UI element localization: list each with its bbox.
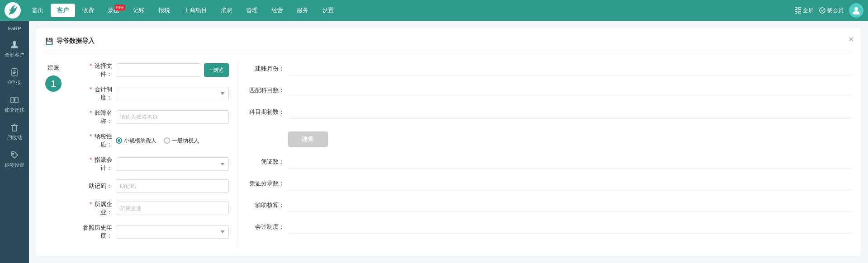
nav-item-operate[interactable]: 经营: [265, 4, 289, 17]
memo-code-input[interactable]: [116, 179, 229, 193]
voucher-entries-row: 凭证分录数：: [247, 177, 852, 190]
auxiliary-value: [288, 198, 852, 212]
ledger-name-input[interactable]: [116, 110, 229, 124]
nav-item-manage[interactable]: 管理: [240, 4, 264, 17]
panel: 💾 导爷数据导入 × 建账 1: [36, 28, 861, 256]
file-icon: [9, 67, 19, 77]
sidebar-item-account-migration[interactable]: 账套迁移: [0, 91, 29, 117]
match-subject-label: 匹配科目数：: [247, 86, 288, 94]
svg-point-4: [820, 8, 825, 13]
top-nav: 首页 客户 收费 票据 new 记账 报税 工商项目 消息 管理 经营 服务 设…: [0, 0, 868, 21]
radio-dot-general: [164, 137, 170, 144]
app-logo: [5, 2, 21, 19]
auxiliary-label: 辅助核算：: [247, 201, 288, 209]
sidebar-item-declaration[interactable]: 0申报: [0, 64, 29, 89]
assign-accountant-label: * 指派会计：: [80, 156, 116, 172]
voucher-count-label: 凭证数：: [247, 158, 288, 166]
assign-accountant-row: * 指派会计：: [80, 156, 229, 172]
match-subject-value: [288, 84, 852, 97]
nav-item-message[interactable]: 消息: [214, 4, 239, 17]
import-icon: 💾: [45, 38, 53, 45]
person-icon: [9, 40, 19, 50]
voucher-count-value: [288, 155, 852, 169]
sidebar-logo: EaRP: [8, 25, 21, 32]
build-month-row: 建账月份：: [247, 62, 852, 75]
nav-item-account[interactable]: 记账: [127, 4, 151, 17]
panel-title: 💾 导爷数据导入: [45, 37, 852, 51]
period-opening-label: 科目期初数：: [247, 108, 288, 116]
voucher-entries-value: [288, 177, 852, 190]
new-badge: new: [114, 5, 125, 10]
select-file-label: * 选择文件：: [80, 62, 116, 78]
content-area: 💾 导爷数据导入 × 建账 1: [29, 21, 868, 263]
svg-point-15: [13, 153, 14, 155]
radio-general-tax[interactable]: 一般纳税人: [164, 137, 199, 145]
svg-point-6: [13, 41, 16, 45]
build-month-value: [288, 62, 852, 75]
memo-code-label: 助记码：: [80, 182, 116, 190]
step-circle: 1: [45, 75, 62, 92]
close-button[interactable]: ×: [849, 35, 854, 43]
nav-item-home[interactable]: 首页: [25, 4, 50, 17]
svg-rect-1: [799, 7, 801, 9]
select-file-row: * 选择文件： +浏览: [80, 62, 229, 78]
nav-item-tax[interactable]: 报税: [152, 4, 176, 17]
nav-item-settings[interactable]: 设置: [316, 4, 340, 17]
transfer-icon: [9, 95, 19, 105]
main-layout: EaRP 全部客户 0申报 账套迁移 回收站: [0, 21, 868, 263]
browse-button[interactable]: +浏览: [204, 63, 229, 77]
sidebar: EaRP 全部客户 0申报 账套迁移 回收站: [0, 21, 29, 263]
voucher-count-row: 凭证数：: [247, 155, 852, 169]
file-input[interactable]: [116, 63, 201, 77]
nav-right: 全屏 畅会员: [795, 3, 863, 18]
sidebar-item-recycle-bin[interactable]: 回收站: [0, 119, 29, 145]
tax-nature-label: * 纳税性质：: [80, 132, 116, 149]
nav-item-service[interactable]: 服务: [290, 4, 315, 17]
sidebar-item-all-customers[interactable]: 全部客户: [0, 36, 29, 62]
reference-year-select[interactable]: [116, 225, 229, 239]
form-layout: 建账 1 * 选择文件： +浏览: [45, 62, 852, 247]
accounting-system-label: * 会计制度：: [80, 85, 116, 102]
company-input[interactable]: [116, 202, 229, 215]
form-left: 建账 1 * 选择文件： +浏览: [45, 62, 229, 247]
radio-dot-small: [116, 137, 122, 144]
reference-year-label: 参照历史年度：: [80, 224, 116, 240]
company-label: * 所属企业：: [80, 200, 116, 216]
voucher-entries-label: 凭证分录数：: [247, 179, 288, 188]
nav-item-invoice[interactable]: 票据 new: [101, 4, 126, 17]
trash-icon: [9, 122, 19, 132]
tax-nature-row: * 纳税性质： 小规模纳税人 一般纳税人: [80, 132, 229, 149]
tax-nature-radio-group: 小规模纳税人 一般纳税人: [116, 137, 199, 145]
svg-rect-2: [795, 11, 797, 14]
sidebar-item-tag-settings[interactable]: 标签设置: [0, 146, 29, 172]
svg-rect-13: [12, 126, 17, 131]
tag-icon: [9, 150, 19, 160]
period-opening-value: [288, 105, 852, 119]
reference-year-row: 参照历史年度：: [80, 224, 229, 240]
assign-accountant-select[interactable]: [116, 157, 229, 171]
svg-rect-11: [11, 97, 14, 103]
memo-code-row: 助记码：: [80, 179, 229, 193]
user-avatar[interactable]: [849, 3, 863, 18]
form-fields: * 选择文件： +浏览 * 会计制度：: [80, 62, 229, 247]
auxiliary-row: 辅助核算：: [247, 198, 852, 212]
svg-point-5: [854, 7, 858, 11]
accounting-system2-label: 会计制度：: [247, 223, 288, 231]
step-indicator: 建账 1: [45, 62, 62, 247]
radio-small-tax[interactable]: 小规模纳税人: [116, 137, 157, 145]
accounting-system-select[interactable]: [116, 87, 229, 100]
svg-rect-3: [799, 11, 801, 14]
nav-item-customer[interactable]: 客户: [51, 4, 75, 17]
nav-item-business[interactable]: 工商项目: [177, 4, 213, 17]
build-month-label: 建账月份：: [247, 65, 288, 73]
ledger-name-row: * 账簿名称：: [80, 109, 229, 125]
build-account-button[interactable]: 建账: [288, 132, 328, 147]
ledger-name-label: * 账簿名称：: [80, 109, 116, 125]
match-subject-row: 匹配科目数：: [247, 84, 852, 97]
nav-items: 首页 客户 收费 票据 new 记账 报税 工商项目 消息 管理 经营 服务 设…: [25, 4, 795, 17]
nav-item-fee[interactable]: 收费: [76, 4, 100, 17]
fullscreen-button[interactable]: 全屏: [795, 7, 814, 14]
vip-button[interactable]: 畅会员: [819, 7, 844, 14]
company-row: * 所属企业：: [80, 200, 229, 216]
form-right: 建账月份： 匹配科目数： 科目期初数： 建账 凭证数：: [238, 62, 852, 247]
